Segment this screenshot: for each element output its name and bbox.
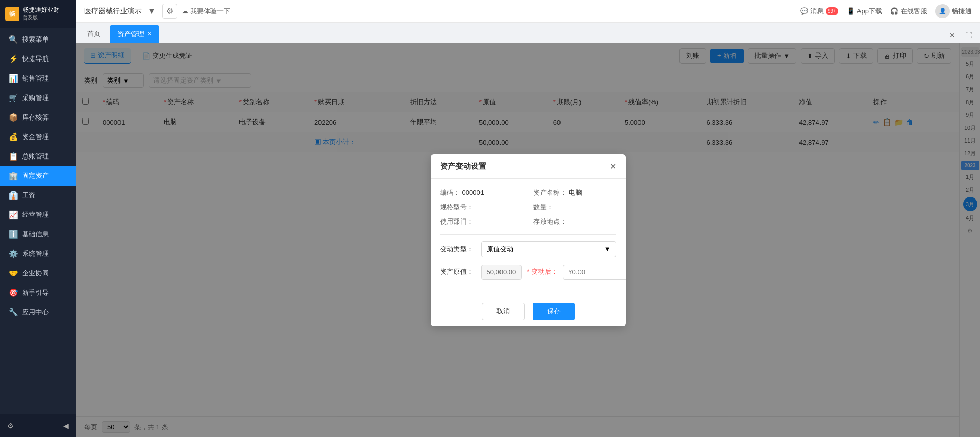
modal-divider [440,234,616,235]
tab-asset-label: 资产管理 [117,30,144,39]
sidebar-item-sales[interactable]: 📊 销售管理 [0,69,76,88]
save-label: 保存 [547,307,561,315]
sidebar-item-operations[interactable]: 📈 经营管理 [0,205,76,225]
sidebar-item-ledger[interactable]: 📋 总账管理 [0,147,76,166]
logo-sub: 普及版 [23,14,59,22]
modal-location-item: 存放地点： [533,217,616,226]
sidebar-item-guide[interactable]: 🎯 新手引导 [0,283,76,303]
modal-spec-label: 规格型号： [440,203,473,212]
app-download-label: App下载 [857,7,882,16]
tab-close-btn[interactable]: ✕ [945,28,959,43]
sidebar-item-label: 系统管理 [22,249,49,259]
modal-dept-label: 使用部门： [440,217,473,226]
enterprise-icon: 🤝 [9,269,18,278]
sidebar-item-label: 搜索菜单 [22,35,49,44]
sales-icon: 📊 [9,74,18,83]
tabs-bar: 首页 资产管理 ✕ ✕ ⛶ [76,23,980,43]
modal-location-label: 存放地点： [533,217,567,226]
online-service-action[interactable]: 🎧 在线客服 [890,7,927,16]
sidebar-item-finance[interactable]: 💰 资金管理 [0,127,76,147]
collapse-icon[interactable]: ◀ [63,422,69,430]
main-content: 医疗器械行业演示 ▼ ⚙ ☁ 我要体验一下 💬 消息 99+ 📱 App下载 🎧… [76,0,980,437]
service-label: 在线客服 [901,7,927,16]
sidebar-item-enterprise[interactable]: 🤝 企业协同 [0,264,76,283]
asset-value-display: 50,000.00 [481,265,522,280]
company-name: 医疗器械行业演示 [84,7,142,16]
after-change-input[interactable] [563,265,625,280]
tab-actions: ✕ ⛶ [945,28,980,43]
sidebar-item-fixed-assets[interactable]: 🏢 固定资产 [0,166,76,186]
sidebar-item-system[interactable]: ⚙️ 系统管理 [0,244,76,264]
user-action[interactable]: 👤 畅捷通 [935,4,972,18]
page-content: ⊞ 资产明细 📄 变更生成凭证 刘账 + 新增 批量操作 ▼ [76,43,980,437]
company-dropdown-btn[interactable]: ▼ [146,5,158,17]
sidebar-item-label: 企业协同 [22,269,49,278]
modal-close-btn[interactable]: ✕ [610,162,616,171]
modal-footer: 取消 保存 [431,296,626,326]
ledger-icon: 📋 [9,152,18,161]
tab-maximize-btn[interactable]: ⛶ [962,28,976,43]
modal-name-item: 资产名称： 电脑 [533,188,616,197]
tab-home[interactable]: 首页 [80,25,108,43]
finance-icon: 💰 [9,132,18,142]
sidebar-item-search[interactable]: 🔍 搜索菜单 [0,30,76,49]
experience-btn[interactable]: ☁ 我要体验一下 [182,7,230,16]
sidebar-item-basic[interactable]: ℹ️ 基础信息 [0,225,76,244]
basic-icon: ℹ️ [9,230,18,239]
apps-icon: 🔧 [9,308,18,317]
modal-code-label: 编码： [440,188,460,197]
header-left: 医疗器械行业演示 ▼ ⚙ ☁ 我要体验一下 [84,4,230,19]
sidebar: 畅 畅捷通好业财 普及版 🔍 搜索菜单 ⚡ 快捷导航 📊 销售管理 🛒 采购管理… [0,0,76,437]
asset-value-row: 资产原值： 50,000.00 * 变动后： [440,265,616,280]
modal-overlay: 资产变动设置 ✕ 编码： 000001 资产名称： 电脑 [76,43,980,437]
sidebar-item-label: 新手引导 [22,288,49,297]
sidebar-footer: ⚙ ◀ [0,414,76,437]
save-button[interactable]: 保存 [533,303,575,320]
sidebar-item-inventory[interactable]: 📦 库存核算 [0,108,76,127]
tab-asset-management[interactable]: 资产管理 ✕ [110,25,159,43]
change-type-dropdown-icon: ▼ [604,245,611,253]
message-icon: 💬 [800,7,808,15]
top-header: 医疗器械行业演示 ▼ ⚙ ☁ 我要体验一下 💬 消息 99+ 📱 App下载 🎧… [76,0,980,23]
sidebar-item-label: 工资 [22,191,35,200]
modal-name-label: 资产名称： [533,188,567,197]
sidebar-item-label: 应用中心 [22,308,49,317]
app-icon: 📱 [847,7,855,15]
sidebar-item-purchase[interactable]: 🛒 采购管理 [0,88,76,108]
salary-icon: 👔 [9,191,18,200]
inventory-icon: 📦 [9,113,18,122]
cancel-label: 取消 [496,307,510,315]
sidebar-item-label: 销售管理 [22,74,49,83]
modal-quantity-item: 数量： [533,203,616,212]
sidebar-item-apps[interactable]: 🔧 应用中心 [0,303,76,322]
logo-text: 畅捷通好业财 [23,6,59,14]
modal-header: 资产变动设置 ✕ [431,154,626,179]
service-icon: 🎧 [890,7,898,15]
change-type-select[interactable]: 原值变动 ▼ [481,241,616,257]
experience-label: 我要体验一下 [190,7,230,16]
modal-name-value: 电脑 [569,188,582,197]
message-label: 消息 [810,7,824,16]
modal-body: 编码： 000001 资产名称： 电脑 规格型号： 数量： [431,179,626,296]
after-change-label: * 变动后： [527,267,557,276]
modal-code-item: 编码： 000001 [440,188,523,197]
fixed-assets-icon: 🏢 [9,171,18,181]
experience-icon: ☁ [182,7,188,15]
modal-code-value: 000001 [462,189,484,196]
app-download-action[interactable]: 📱 App下载 [847,7,882,16]
guide-icon: 🎯 [9,288,18,297]
operations-icon: 📈 [9,210,18,220]
sidebar-item-salary[interactable]: 👔 工资 [0,186,76,205]
system-icon: ⚙️ [9,249,18,259]
settings-footer-icon[interactable]: ⚙ [7,422,14,430]
tab-close-icon[interactable]: ✕ [147,31,152,37]
sidebar-item-label: 库存核算 [22,113,49,122]
cancel-button[interactable]: 取消 [482,303,525,320]
message-action[interactable]: 💬 消息 99+ [800,7,838,16]
settings-btn[interactable]: ⚙ [162,4,177,19]
modal-title: 资产变动设置 [440,162,486,171]
sidebar-logo: 畅 畅捷通好业财 普及版 [0,0,76,28]
change-type-value: 原值变动 [487,245,513,254]
sidebar-item-quicknav[interactable]: ⚡ 快捷导航 [0,49,76,69]
username-label: 畅捷通 [952,7,972,16]
